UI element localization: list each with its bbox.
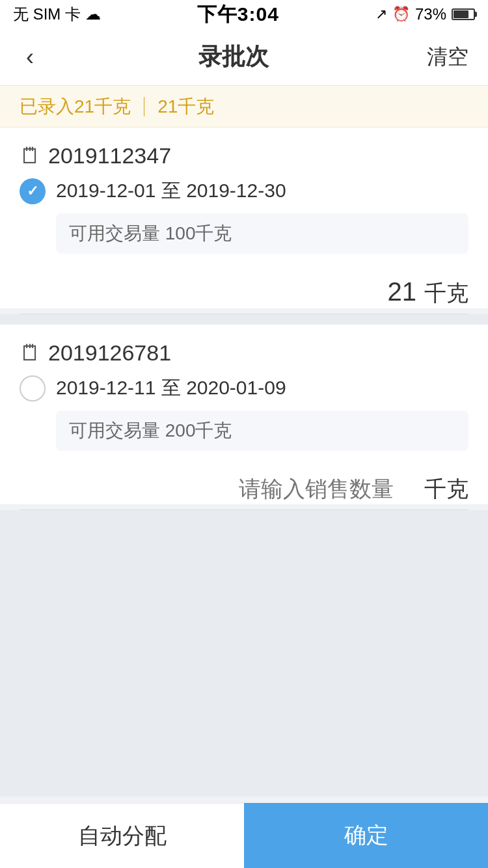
battery-percent: 73% — [415, 5, 446, 23]
item2-qty-unit: 千克 — [424, 474, 468, 504]
status-right: ↗ ⏰ 73% — [375, 5, 475, 23]
status-time: 下午3:04 — [197, 1, 279, 28]
item1-qty-unit: 千克 — [424, 278, 468, 308]
item2-id: 2019126781 — [48, 340, 171, 366]
item1-id: 2019112347 — [48, 143, 171, 169]
doc-icon-1: 🗒 — [20, 143, 42, 169]
batch-item-2: 🗒 2019126781 2019-12-11 至 2020-01-09 可用交… — [0, 325, 488, 464]
location-icon: ↗ — [375, 6, 387, 23]
sim-signal: 无 SIM 卡 ☁ — [13, 4, 101, 25]
battery-icon — [452, 8, 475, 20]
item2-header: 🗒 2019126781 — [20, 340, 468, 366]
recorded-label: 已录入21千克 — [20, 94, 131, 119]
page-title: 录批次 — [198, 41, 269, 73]
total-label: 21千克 — [157, 94, 214, 119]
item1-available: 可用交易量 100千克 — [56, 213, 468, 254]
clear-button[interactable]: 清空 — [427, 43, 468, 72]
bottom-bar: 自动分配 确定 — [0, 803, 488, 868]
nav-bar: ‹ 录批次 清空 — [0, 29, 488, 86]
status-left: 无 SIM 卡 ☁ — [13, 4, 101, 25]
item1-qty-value: 21 — [388, 277, 417, 306]
item1-date: 2019-12-01 至 2019-12-30 — [56, 178, 286, 204]
item1-header: 🗒 2019112347 — [20, 143, 468, 169]
item2-input-row[interactable]: 千克 — [0, 464, 488, 504]
batch-item-1: 🗒 2019112347 ✓ 2019-12-01 至 2019-12-30 可… — [0, 128, 488, 267]
confirm-button[interactable]: 确定 — [244, 803, 488, 868]
radio-unselected-2[interactable] — [20, 375, 46, 401]
radio-selected-1[interactable]: ✓ — [20, 178, 46, 204]
empty-area — [0, 510, 488, 796]
back-button[interactable]: ‹ — [20, 37, 40, 77]
item2-row[interactable]: 2019-12-11 至 2020-01-09 — [20, 375, 468, 401]
alarm-icon: ⏰ — [392, 6, 410, 23]
checkmark-icon: ✓ — [27, 183, 38, 200]
status-bar: 无 SIM 卡 ☁ 下午3:04 ↗ ⏰ 73% — [0, 0, 488, 29]
doc-icon-2: 🗒 — [20, 340, 42, 366]
item1-qty-row: 21 千克 — [0, 267, 488, 308]
item2-available: 可用交易量 200千克 — [56, 411, 468, 451]
auto-distribute-button[interactable]: 自动分配 — [0, 803, 244, 868]
item1-row[interactable]: ✓ 2019-12-01 至 2019-12-30 — [20, 178, 468, 204]
info-banner: 已录入21千克 21千克 — [0, 86, 488, 128]
qty-input-2[interactable] — [127, 476, 403, 502]
item2-date: 2019-12-11 至 2020-01-09 — [56, 375, 286, 401]
section-separator — [0, 314, 488, 325]
info-divider — [144, 97, 144, 116]
